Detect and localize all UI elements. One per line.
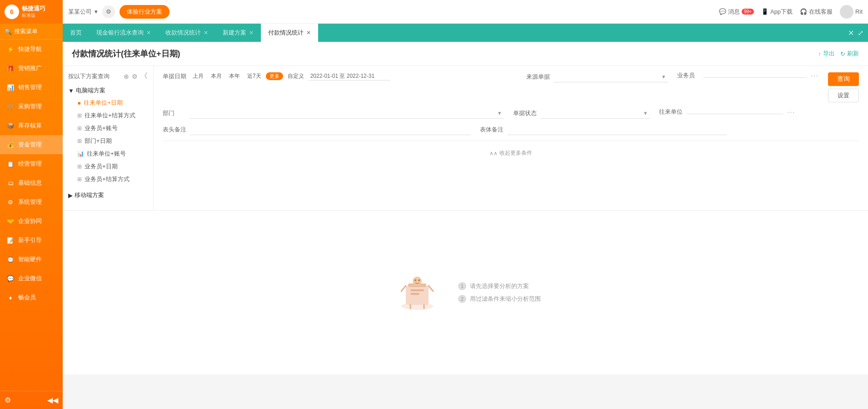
sidebar-search[interactable]: 🔍 搜索菜单 — [0, 24, 63, 40]
staff-dots[interactable]: ··· — [811, 72, 819, 79]
sidebar-item-label: 资金管理 — [18, 141, 42, 149]
app-download-btn[interactable]: 📱 App下载 — [761, 8, 793, 16]
sidebar-item-label: 系统管理 — [18, 198, 42, 206]
topbar-settings-btn[interactable]: ⚙ — [102, 5, 115, 18]
sidebar-item-label: 企业微信 — [18, 274, 42, 283]
svg-line-8 — [401, 286, 406, 291]
collapse-conditions-btn[interactable]: ∧∧ 收起更多条件 — [486, 146, 536, 161]
tab-cashflow[interactable]: 现金银行流水查询 ✕ — [89, 24, 158, 42]
sidebar-item-operation[interactable]: 📋 经营管理 — [0, 154, 63, 173]
tab-new-scheme-label: 新建方案 — [223, 29, 246, 37]
tabbar: 首页 现金银行流水查询 ✕ 收款情况统计 ✕ 新建方案 ✕ 付款情况统计 ✕ ✕… — [63, 24, 868, 42]
sidebar-nav: ⚡ 快捷导航 🎁 营销推广 📊 销售管理 🛒 采购管理 📦 库存核算 💰 资金管… — [0, 40, 63, 391]
source-voucher-select[interactable]: ▾ — [554, 71, 668, 82]
scheme-unit-date[interactable]: ● 往来单位+日期 — [68, 96, 148, 109]
unit-dots[interactable]: ··· — [787, 108, 795, 116]
user-avatar[interactable]: Rit — [840, 5, 863, 19]
dept-select[interactable]: ▾ — [189, 108, 504, 119]
settings-btn[interactable]: 设置 — [828, 89, 859, 102]
scheme-unit-settlement[interactable]: ⊞ 往来单位+结算方式 — [68, 109, 148, 122]
footer-settings-btn[interactable]: ⚙ — [5, 396, 11, 404]
desktop-section-header[interactable]: ▼ 电脑端方案 — [68, 85, 148, 96]
svg-point-7 — [418, 279, 420, 281]
tab-new-scheme[interactable]: 新建方案 ✕ — [215, 24, 261, 42]
notification-btn[interactable]: 💬 消息 99+ — [719, 8, 754, 16]
date-more-btn[interactable]: 更多 — [266, 72, 283, 80]
scheme-table5-icon: ⊞ — [77, 176, 82, 182]
sidebar-item-sales[interactable]: 📊 销售管理 — [0, 78, 63, 97]
filter-voucher-date: 单据日期 上月 本月 本年 近7天 更多 自定义 — [163, 71, 517, 81]
logo-text: 畅捷通巧 — [22, 5, 45, 13]
add-scheme-icon[interactable]: ⊕ — [124, 73, 129, 80]
tab-payment[interactable]: 付款情况统计 ✕ — [261, 24, 318, 42]
online-service-btn[interactable]: 🎧 在线客服 — [800, 8, 833, 16]
export-btn[interactable]: ↑ 导出 — [818, 50, 835, 58]
sidebar-item-hardware[interactable]: ⌚ 智能硬件 — [0, 250, 63, 269]
unit-select[interactable] — [686, 110, 784, 114]
topbar-actions: 💬 消息 99+ 📱 App下载 🎧 在线客服 Rit — [719, 5, 863, 19]
sidebar-item-marketing[interactable]: 🎁 营销推广 — [0, 59, 63, 78]
scheme-staff-account[interactable]: ⊞ 业务员+账号 — [68, 122, 148, 135]
voucher-status-select[interactable]: ▾ — [540, 108, 649, 119]
refresh-btn[interactable]: ↻ 刷新 — [840, 50, 859, 58]
query-btn[interactable]: 查询 — [828, 72, 859, 86]
filter-header-remark: 表头备注 — [163, 124, 471, 135]
header-remark-input[interactable] — [190, 124, 471, 135]
tab-cashflow-close[interactable]: ✕ — [146, 30, 151, 36]
date-custom-btn[interactable]: 自定义 — [285, 71, 307, 81]
settings-scheme-icon[interactable]: ⚙ — [132, 73, 138, 80]
scheme-dept-date[interactable]: ⊞ 部门+日期 — [68, 135, 148, 147]
scheme-staff-date[interactable]: ⊞ 业务员+日期 — [68, 160, 148, 173]
sidebar-item-quick-nav[interactable]: ⚡ 快捷导航 — [0, 40, 63, 59]
tab-payment-close[interactable]: ✕ — [306, 30, 311, 36]
sidebar-item-label: 畅会员 — [18, 293, 36, 302]
scheme-label: 按以下方案查询 — [68, 72, 110, 81]
scheme-staff-settlement[interactable]: ⊞ 业务员+结算方式 — [68, 173, 148, 186]
refresh-label: 刷新 — [847, 50, 859, 58]
logo-icon: 6 — [5, 5, 19, 19]
company-selector[interactable]: 某某公司 ▾ — [68, 8, 98, 16]
svg-rect-1 — [406, 286, 429, 305]
step-2-num: 2 — [458, 295, 466, 303]
date-last7days-btn[interactable]: 近7天 — [244, 71, 264, 81]
filter-dept: 部门 ▾ — [163, 108, 504, 119]
online-service-label: 在线客服 — [809, 8, 833, 16]
tab-new-scheme-close[interactable]: ✕ — [249, 30, 254, 36]
hardware-icon: ⌚ — [6, 255, 15, 263]
tab-home[interactable]: 首页 — [63, 24, 89, 42]
sidebar-item-system[interactable]: ⚙ 系统管理 — [0, 192, 63, 212]
mobile-scheme-section: ▶ 移动端方案 — [68, 189, 148, 201]
settings-icon: ⚙ — [106, 8, 111, 15]
sidebar-item-capital[interactable]: 💰 资金管理 — [0, 135, 63, 154]
sidebar-item-member[interactable]: ♦ 畅会员 — [0, 288, 63, 307]
basic-icon: 🗂 — [6, 179, 15, 187]
body-remark-input[interactable] — [507, 124, 727, 135]
sidebar-item-guide[interactable]: 📝 新手引导 — [0, 231, 63, 250]
staff-select[interactable] — [703, 74, 807, 78]
trial-btn[interactable]: 体验行业方案 — [120, 5, 170, 19]
scheme-staff-date-label: 业务员+日期 — [85, 162, 118, 171]
date-this-month-btn[interactable]: 本月 — [208, 71, 224, 81]
date-quick-btns: 上月 本月 本年 近7天 更多 自定义 — [190, 71, 307, 81]
date-range-input[interactable] — [309, 72, 390, 81]
app-download-label: App下载 — [770, 8, 793, 16]
tab-collection[interactable]: 收款情况统计 ✕ — [158, 24, 215, 42]
sidebar-item-inventory[interactable]: 📦 库存核算 — [0, 116, 63, 135]
close-all-tabs-btn[interactable]: ✕ — [848, 29, 854, 37]
tab-collection-close[interactable]: ✕ — [204, 30, 208, 36]
footer-collapse-btn[interactable]: ◀◀ — [47, 396, 58, 404]
sidebar-item-purchase[interactable]: 🛒 采购管理 — [0, 97, 63, 116]
scheme-unit-account[interactable]: 📊 往来单位+账号 — [68, 147, 148, 160]
collapse-scheme-arrow[interactable]: 《 — [140, 71, 148, 81]
expand-btn[interactable]: ⤢ — [858, 29, 863, 37]
date-this-year-btn[interactable]: 本年 — [226, 71, 243, 81]
date-last-month-btn[interactable]: 上月 — [190, 71, 206, 81]
sidebar-item-wechat[interactable]: 💬 企业微信 — [0, 269, 63, 288]
sidebar-item-label: 企业协同 — [18, 217, 42, 225]
sidebar-item-enterprise[interactable]: 🤝 企业协同 — [0, 212, 63, 231]
sidebar-item-basic[interactable]: 🗂 基础信息 — [0, 173, 63, 192]
sales-icon: 📊 — [6, 83, 15, 91]
company-dropdown-icon: ▾ — [95, 8, 98, 15]
mobile-section-header[interactable]: ▶ 移动端方案 — [68, 189, 148, 201]
voucher-date-label: 单据日期 — [163, 72, 186, 81]
